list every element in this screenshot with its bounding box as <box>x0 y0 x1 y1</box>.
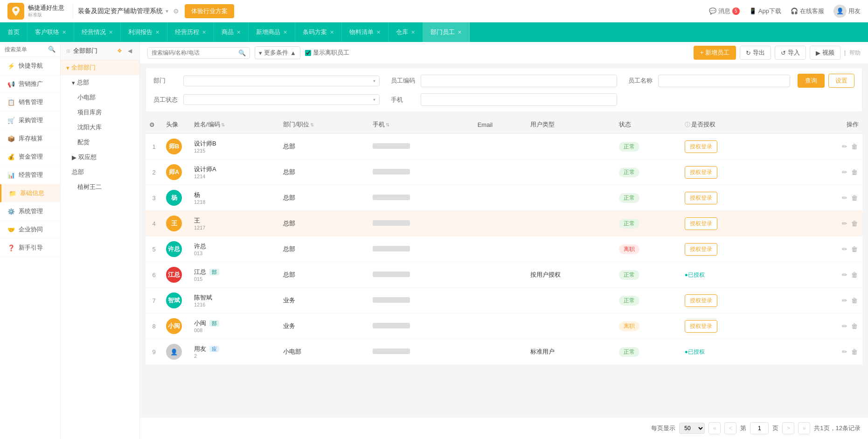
search-wrap[interactable]: 🔍 <box>147 47 250 59</box>
delete-btn[interactable]: 🗑 <box>850 143 859 150</box>
sidebar-item-sales[interactable]: 📋 销售管理 <box>0 93 60 111</box>
tab-customer[interactable]: 客户联络 ✕ <box>28 22 74 42</box>
search-btn[interactable]: 查询 <box>798 74 825 88</box>
tab-history[interactable]: 经营历程 ✕ <box>167 22 214 42</box>
sidebar-item-quick-nav[interactable]: ⚡ 快捷导航 <box>0 57 60 75</box>
auth-login-btn[interactable]: 授权登录 <box>685 320 717 333</box>
message-action[interactable]: 💬 消息 5 <box>709 7 740 15</box>
delete-btn[interactable]: 🗑 <box>850 271 859 279</box>
tab-goods[interactable]: 商品 ✕ <box>214 22 249 42</box>
tab-operation[interactable]: 经营情况 ✕ <box>74 22 121 42</box>
edit-btn[interactable]: ✏ <box>841 245 848 253</box>
app-download-action[interactable]: 📱 App下载 <box>749 7 781 15</box>
dept-collapse-icon[interactable]: ◀ <box>126 47 134 55</box>
dept-item-hq2[interactable]: 总部 <box>61 165 139 180</box>
import-btn[interactable]: ↺ 导入 <box>775 46 806 60</box>
edit-btn[interactable]: ✏ <box>841 194 848 202</box>
dept-item-shenyang[interactable]: 沈阳大库 <box>61 120 139 135</box>
sidebar-search-input[interactable] <box>5 46 46 53</box>
close-goods-tab[interactable]: ✕ <box>236 29 241 35</box>
auth-login-btn[interactable]: 授权登录 <box>685 294 717 307</box>
sidebar-search-icon[interactable]: 🔍 <box>48 46 56 53</box>
edit-btn[interactable]: ✏ <box>841 271 848 279</box>
first-page-btn[interactable]: « <box>708 422 721 434</box>
filter-phone-input[interactable] <box>421 93 617 106</box>
filter-status-select[interactable]: ▾ <box>183 94 380 105</box>
dept-item-hq[interactable]: ▾ 总部 <box>61 75 139 90</box>
close-operation-tab[interactable]: ✕ <box>109 29 113 35</box>
edit-btn[interactable]: ✏ <box>841 348 848 355</box>
tab-add-goods[interactable]: 新增商品 ✕ <box>249 22 295 42</box>
col-name[interactable]: 姓名/编码 ⇅ <box>190 116 279 134</box>
search-input[interactable] <box>152 49 236 56</box>
tab-profit[interactable]: 利润报告 ✕ <box>121 22 167 42</box>
delete-btn[interactable]: 🗑 <box>850 194 859 202</box>
auth-login-btn[interactable]: 授权登录 <box>685 140 717 153</box>
sidebar-item-inventory[interactable]: 📦 库存核算 <box>0 130 60 148</box>
sidebar-item-cooperation[interactable]: 🤝 企业协同 <box>0 221 60 239</box>
view-btn[interactable]: ▶ 视频 <box>810 46 840 60</box>
edit-btn[interactable]: ✏ <box>841 297 848 304</box>
per-page-select[interactable]: 20 50 100 <box>679 423 705 434</box>
auth-login-btn[interactable]: 授权登录 <box>685 192 717 204</box>
delete-btn[interactable]: 🗑 <box>850 168 859 176</box>
col-dept[interactable]: 部门/职位 ⇅ <box>279 116 368 134</box>
close-warehouse-tab[interactable]: ✕ <box>411 29 415 35</box>
auth-info-icon[interactable]: ⓘ <box>685 121 690 128</box>
export-btn[interactable]: ↻ 导出 <box>740 46 771 60</box>
dept-expand-icon[interactable]: ❖ <box>115 47 124 55</box>
sidebar-item-guide[interactable]: ❓ 新手引导 <box>0 239 60 257</box>
sidebar-search[interactable]: 🔍 <box>0 42 60 57</box>
col-settings[interactable]: ⚙ <box>146 116 162 134</box>
sidebar-item-operation[interactable]: 📊 经营管理 <box>0 166 60 184</box>
settings-icon[interactable]: ⚙ <box>173 7 179 15</box>
dept-item-planting[interactable]: 植树王二 <box>61 180 139 195</box>
delete-btn[interactable]: 🗑 <box>850 297 859 304</box>
close-add-goods-tab[interactable]: ✕ <box>283 29 287 35</box>
close-customer-tab[interactable]: ✕ <box>62 29 66 35</box>
search-btn-icon[interactable]: 🔍 <box>238 49 246 56</box>
col-phone[interactable]: 手机 ⇅ <box>369 116 474 134</box>
close-dept-tab[interactable]: ✕ <box>458 29 462 35</box>
edit-btn[interactable]: ✏ <box>841 220 848 227</box>
sidebar-item-basic[interactable]: 📁 基础信息 <box>0 184 60 202</box>
add-employee-btn[interactable]: + 新增员工 <box>694 46 736 60</box>
trial-button[interactable]: 体验行业方案 <box>185 4 234 18</box>
tab-home[interactable]: 首页 <box>0 22 28 42</box>
filter-empcode-input[interactable] <box>421 75 617 87</box>
auth-login-btn[interactable]: 授权登录 <box>685 166 717 179</box>
settings-btn[interactable]: 设置 <box>828 74 854 88</box>
dept-item-distribution[interactable]: 配货 <box>61 135 139 150</box>
help-btn[interactable]: 帮助 <box>849 49 861 57</box>
filter-empname-input[interactable] <box>658 75 790 87</box>
delete-btn[interactable]: 🗑 <box>850 322 859 330</box>
dept-item-small-elec[interactable]: 小电部 <box>61 90 139 105</box>
show-resigned-checkbox[interactable] <box>305 50 311 56</box>
close-history-tab[interactable]: ✕ <box>202 29 206 35</box>
auth-login-btn[interactable]: 授权登录 <box>685 217 717 230</box>
close-barcode-tab[interactable]: ✕ <box>330 29 334 35</box>
sidebar-item-marketing[interactable]: 📢 营销推广 <box>0 75 60 93</box>
edit-btn[interactable]: ✏ <box>841 322 848 330</box>
dept-item-all[interactable]: ▾ 全部部门 <box>61 60 139 75</box>
online-service-action[interactable]: 🎧 在线客服 <box>791 7 824 15</box>
system-dropdown-icon[interactable]: ▾ <box>166 8 168 14</box>
sidebar-item-system[interactable]: ⚙️ 系统管理 <box>0 202 60 221</box>
dept-item-proj-room[interactable]: 项目库房 <box>61 105 139 120</box>
close-profit-tab[interactable]: ✕ <box>155 29 160 35</box>
last-page-btn[interactable]: » <box>798 422 810 434</box>
prev-page-btn[interactable]: < <box>724 422 736 434</box>
show-resigned-label[interactable]: 显示离职员工 <box>305 49 349 57</box>
dept-item-double-think[interactable]: ▶ 双应想 <box>61 150 139 165</box>
tab-material[interactable]: 物料清单 ✕ <box>342 22 389 42</box>
edit-btn[interactable]: ✏ <box>841 143 848 150</box>
edit-btn[interactable]: ✏ <box>841 168 848 176</box>
delete-btn[interactable]: 🗑 <box>850 245 859 253</box>
delete-btn[interactable]: 🗑 <box>850 220 859 227</box>
close-material-tab[interactable]: ✕ <box>376 29 381 35</box>
filter-dept-select[interactable]: ▾ <box>183 76 380 86</box>
tab-dept-staff[interactable]: 部门员工 ✕ <box>423 22 470 42</box>
auth-login-btn[interactable]: 授权登录 <box>685 243 717 256</box>
user-action[interactable]: 👤 用友 <box>833 5 861 18</box>
sidebar-item-finance[interactable]: 💰 资金管理 <box>0 148 60 166</box>
